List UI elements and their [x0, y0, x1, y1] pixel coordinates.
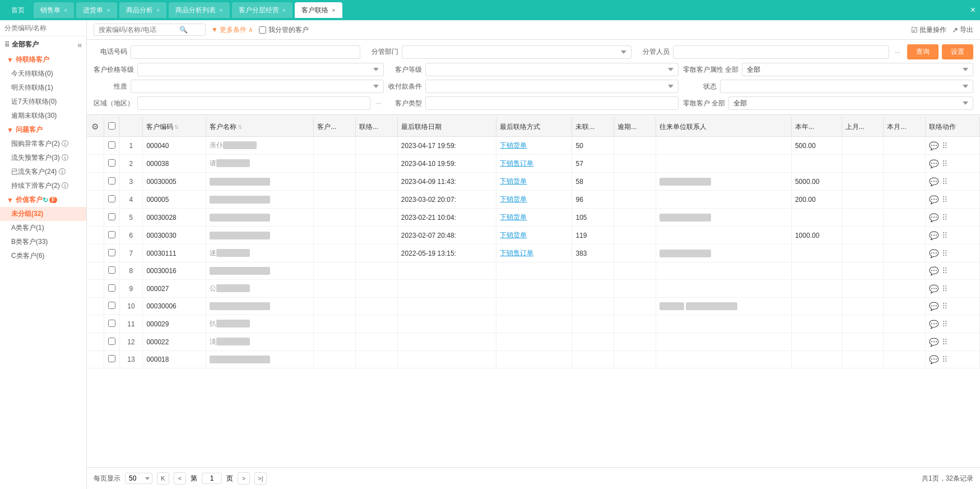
comment-icon[interactable]: 💬: [929, 320, 939, 329]
price-grade-select[interactable]: [137, 63, 384, 76]
comment-icon[interactable]: 💬: [929, 195, 939, 204]
more-icon[interactable]: ⠿: [942, 231, 948, 240]
sidebar-item-a-class[interactable]: A类客户(1): [0, 221, 86, 235]
th-code[interactable]: 客户编码 ⇅: [143, 117, 206, 137]
td-checkbox[interactable]: [104, 315, 119, 333]
last-method-link[interactable]: 下销货单: [500, 231, 527, 239]
last-method-link[interactable]: 下销货单: [500, 195, 527, 203]
row-checkbox[interactable]: [108, 213, 115, 220]
row-checkbox[interactable]: [108, 266, 115, 274]
my-customers-filter[interactable]: 我分管的客户: [259, 25, 309, 35]
row-checkbox[interactable]: [108, 195, 115, 202]
department-select[interactable]: [402, 45, 631, 59]
more-icon[interactable]: ⠿: [942, 338, 948, 347]
region-dots[interactable]: ···: [374, 99, 384, 107]
retail-select[interactable]: 全部: [728, 96, 973, 110]
sidebar-item-c-class[interactable]: C类客户(6): [0, 249, 86, 263]
row-checkbox[interactable]: [108, 302, 115, 309]
td-checkbox[interactable]: [104, 262, 119, 280]
tab-product-analysis-list-close[interactable]: ×: [219, 7, 222, 13]
customer-grade-select[interactable]: [425, 63, 679, 76]
sidebar-item-tomorrow[interactable]: 明天待联络(1): [0, 81, 86, 95]
last-method-link[interactable]: 下销货单: [500, 141, 527, 149]
tab-purchase[interactable]: 进货单 ×: [76, 2, 117, 18]
td-last-method[interactable]: [496, 333, 572, 351]
td-last-method[interactable]: 下销售订单: [496, 155, 572, 173]
td-checkbox[interactable]: [104, 351, 119, 368]
sidebar-item-loss-warning[interactable]: 流失预警客户(3) ⓘ: [0, 151, 86, 165]
tab-product-analysis[interactable]: 商品分析 ×: [119, 2, 166, 18]
more-icon[interactable]: ⠿: [942, 284, 948, 293]
comment-icon[interactable]: 💬: [929, 249, 939, 258]
row-checkbox[interactable]: [108, 231, 115, 238]
export-btn[interactable]: ↗ 导出: [952, 25, 973, 35]
first-page-btn[interactable]: K: [157, 472, 169, 485]
comment-icon[interactable]: 💬: [929, 266, 939, 275]
td-checkbox[interactable]: [104, 245, 119, 262]
row-checkbox[interactable]: [108, 249, 115, 256]
tab-customer-contact-close[interactable]: ×: [332, 7, 335, 13]
sidebar-item-today[interactable]: 今天待联络(0): [0, 67, 86, 81]
window-close-button[interactable]: ×: [970, 5, 976, 15]
th-name[interactable]: 客户名称 ⇅: [206, 117, 314, 137]
sidebar-item-lost[interactable]: 已流失客户(24) ⓘ: [0, 165, 86, 179]
more-icon[interactable]: ⠿: [942, 249, 948, 258]
page-input[interactable]: [202, 473, 222, 484]
my-customers-checkbox[interactable]: [259, 26, 266, 34]
row-checkbox[interactable]: [108, 177, 115, 184]
row-checkbox[interactable]: [108, 355, 115, 362]
td-checkbox[interactable]: [104, 191, 119, 209]
payment-select[interactable]: [425, 80, 679, 93]
td-last-method[interactable]: 下销货单: [496, 227, 572, 245]
settings-gear-icon[interactable]: ⚙: [91, 122, 99, 131]
manager-input[interactable]: [673, 45, 889, 59]
tab-sales-close[interactable]: ×: [64, 7, 67, 13]
search-icon[interactable]: 🔍: [179, 26, 188, 34]
sidebar-item-unclassified[interactable]: 未分组(32): [0, 207, 86, 221]
nature-select[interactable]: [131, 80, 384, 93]
phone-input[interactable]: [131, 45, 360, 59]
collapse-icon[interactable]: «: [77, 40, 82, 49]
td-last-method[interactable]: 下销货单: [496, 173, 572, 191]
comment-icon[interactable]: 💬: [929, 284, 939, 293]
td-last-method[interactable]: [496, 315, 572, 333]
comment-icon[interactable]: 💬: [929, 177, 939, 186]
value-customers-group[interactable]: ▼ 价值客户 ↻ F: [0, 193, 86, 207]
tab-customer-layer-close[interactable]: ×: [282, 7, 286, 13]
sidebar-item-7days[interactable]: 近7天待联络(0): [0, 95, 86, 109]
row-checkbox[interactable]: [108, 159, 115, 167]
td-last-method[interactable]: [496, 351, 572, 368]
th-checkbox[interactable]: [104, 117, 119, 137]
td-last-method[interactable]: [496, 280, 572, 298]
comment-icon[interactable]: 💬: [929, 141, 939, 150]
last-method-link[interactable]: 下销售订单: [500, 159, 533, 167]
last-page-btn[interactable]: >|: [254, 472, 267, 485]
refresh-icon[interactable]: ↻: [43, 196, 48, 204]
td-checkbox[interactable]: [104, 173, 119, 191]
more-icon[interactable]: ⠿: [942, 302, 948, 311]
batch-ops-btn[interactable]: ☑ 批量操作: [911, 25, 946, 35]
tab-product-analysis-list[interactable]: 商品分析列表 ×: [169, 2, 229, 18]
sidebar-item-decline[interactable]: 持续下滑客户(2) ⓘ: [0, 179, 86, 193]
pending-contact-group[interactable]: ▼ 待联络客户: [0, 53, 86, 67]
more-icon[interactable]: ⠿: [942, 355, 948, 364]
comment-icon[interactable]: 💬: [929, 355, 939, 364]
per-page-select[interactable]: 50 100: [125, 473, 152, 484]
tab-home[interactable]: 首页: [4, 2, 31, 18]
more-icon[interactable]: ⠿: [942, 320, 948, 329]
tab-sales[interactable]: 销售单 ×: [34, 2, 74, 18]
last-method-link[interactable]: 下销货单: [500, 177, 527, 185]
tab-customer-layer[interactable]: 客户分层经营 ×: [232, 2, 292, 18]
region-input[interactable]: [137, 96, 370, 110]
td-last-method[interactable]: 下销货单: [496, 209, 572, 227]
sidebar-search-input[interactable]: [4, 24, 87, 32]
search-input[interactable]: [99, 26, 177, 34]
td-checkbox[interactable]: [104, 227, 119, 245]
td-checkbox[interactable]: [104, 137, 119, 155]
reset-button[interactable]: 设置: [942, 44, 973, 59]
row-checkbox[interactable]: [108, 320, 115, 327]
more-icon[interactable]: ⠿: [942, 141, 948, 150]
retail-attr-select[interactable]: 全部: [742, 63, 973, 76]
td-last-method[interactable]: [496, 262, 572, 280]
more-icon[interactable]: ⠿: [942, 195, 948, 204]
